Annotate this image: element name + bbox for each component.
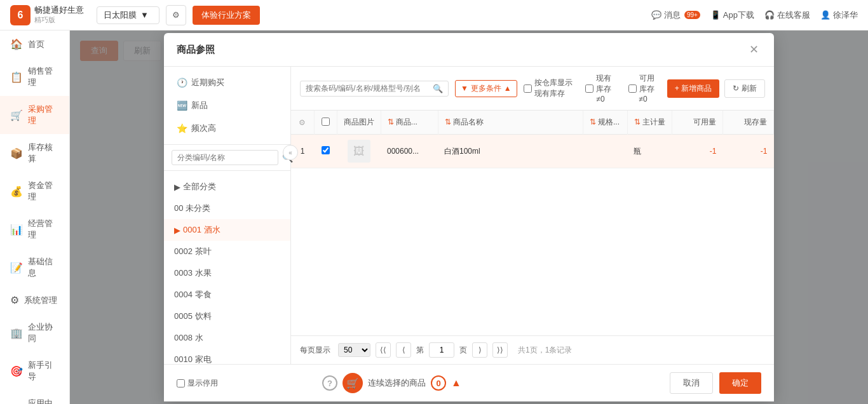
sidebar-item-enterprise[interactable]: 🏢 企业协同 xyxy=(0,314,69,352)
sidebar-item-system[interactable]: ⚙ 系统管理 xyxy=(0,286,69,314)
checkbox-by-warehouse[interactable]: 按仓库显示现有库存 xyxy=(524,77,576,99)
sidebar-item-purchase[interactable]: 🛒 采购管理 xyxy=(0,96,69,134)
quick-new[interactable]: 🆕 新品 xyxy=(172,96,283,115)
purchase-icon: 🛒 xyxy=(10,109,23,121)
category-item-0001[interactable]: ▶ 0001 酒水 xyxy=(164,219,290,241)
guide-icon: 🎯 xyxy=(10,365,23,377)
quick-recent[interactable]: 🕐 近期购买 xyxy=(172,73,283,92)
sidebar-item-home[interactable]: 🏠 首页 xyxy=(0,30,69,58)
first-page-button[interactable]: ⟨⟨ xyxy=(376,342,391,358)
quick-access-panel: 🕐 近期购买 🆕 新品 ⭐ 频次高 xyxy=(164,67,290,145)
category-item-0004[interactable]: 0004 零食 xyxy=(164,284,290,306)
th-gear: ⚙ xyxy=(291,111,314,135)
modal-overlay: 商品参照 ✕ 🕐 近期购买 🆕 xyxy=(70,30,868,404)
product-table-wrap: ⚙ 商品图片 xyxy=(291,111,774,335)
cart-area: ? 🛒 连续选择的商品 0 ▲ xyxy=(322,373,461,393)
category-item-0003[interactable]: 0003 水果 xyxy=(164,262,290,284)
confirm-button[interactable]: 确定 xyxy=(719,372,761,394)
avail-nonzero-checkbox[interactable] xyxy=(628,84,637,93)
td-unit: 瓶 xyxy=(627,135,672,168)
operation-icon: 📊 xyxy=(10,224,23,236)
chevron-down-icon: ▼ xyxy=(140,10,149,20)
more-conditions-button[interactable]: ▼ 更多条件 ▲ xyxy=(455,80,517,97)
th-avail: 可用量 xyxy=(672,111,723,135)
sidebar-item-basic[interactable]: 📝 基础信息 xyxy=(0,248,69,286)
category-item-0010[interactable]: 0010 家电 xyxy=(164,349,290,364)
store-selector[interactable]: 日太阳膜 ▼ xyxy=(97,6,159,24)
modal-close-button[interactable]: ✕ xyxy=(746,42,761,57)
person-icon: 👤 xyxy=(820,10,831,20)
collapse-panel-button[interactable]: « xyxy=(283,145,298,160)
sidebar-item-operation[interactable]: 📊 经营管理 xyxy=(0,210,69,248)
settings-button[interactable]: ⚙ xyxy=(166,5,186,25)
select-all-checkbox[interactable] xyxy=(322,118,330,126)
modal-header: 商品参照 ✕ xyxy=(164,33,774,67)
category-item-all[interactable]: ▶ 全部分类 xyxy=(164,176,290,198)
sidebar-item-apps[interactable]: 📱 应用中心 xyxy=(0,390,69,404)
enterprise-icon: 🏢 xyxy=(10,327,23,339)
messages-button[interactable]: 💬 消息 99+ xyxy=(651,10,700,21)
search-submit-icon[interactable]: 🔍 xyxy=(433,84,443,93)
cancel-button[interactable]: 取消 xyxy=(670,372,713,394)
category-item-00[interactable]: 00 未分类 xyxy=(164,198,290,219)
filter-bar: 🔍 ▼ 更多条件 ▲ 按仓库显示现有库存 xyxy=(291,67,774,111)
add-product-button[interactable]: + 新增商品 xyxy=(667,79,719,98)
page-label: 第 xyxy=(416,345,424,356)
cart-count: 0 xyxy=(431,375,446,391)
category-item-0005[interactable]: 0005 饮料 xyxy=(164,306,290,327)
modal-title: 商品参照 xyxy=(177,44,215,56)
product-table: ⚙ 商品图片 xyxy=(291,111,774,168)
sort-code-icon[interactable]: ⇅ xyxy=(388,118,394,126)
user-avatar[interactable]: 👤 徐泽华 xyxy=(820,10,858,21)
show-disabled-checkbox[interactable] xyxy=(177,379,185,387)
show-disabled-label[interactable]: 显示停用 xyxy=(177,378,218,389)
table-header-row: ⚙ 商品图片 xyxy=(291,111,774,135)
category-item-0008[interactable]: 0008 水 xyxy=(164,327,290,349)
row-checkbox[interactable] xyxy=(322,146,330,154)
category-search-input[interactable] xyxy=(172,150,278,165)
checkbox-stock-nonzero[interactable]: 现有库存≠0 xyxy=(585,73,618,104)
logo-icon: 6 xyxy=(10,5,31,25)
category-item-0002[interactable]: 0002 茶叶 xyxy=(164,241,290,262)
page-size-select[interactable]: 50 10 20 100 xyxy=(338,343,370,357)
td-stock: -1 xyxy=(723,135,774,168)
th-code: ⇅ 商品... xyxy=(381,111,438,135)
td-name: 白酒100ml xyxy=(438,135,583,168)
online-service-button[interactable]: 🎧 在线客服 xyxy=(764,10,810,21)
stock-nonzero-checkbox[interactable] xyxy=(585,84,593,93)
refresh-button[interactable]: ↻ 刷新 xyxy=(724,79,765,98)
th-stock: 现存量 xyxy=(723,111,774,135)
sidebar-item-finance[interactable]: 💰 资金管理 xyxy=(0,172,69,210)
last-page-button[interactable]: ⟩⟩ xyxy=(492,342,508,358)
product-image: 🖼 xyxy=(348,140,370,163)
modal-footer: 显示停用 ? 🛒 连续选择的商品 0 ▲ 取消 确定 xyxy=(164,364,774,401)
left-panel: 🕐 近期购买 🆕 新品 ⭐ 频次高 xyxy=(164,67,291,364)
prev-page-button[interactable]: ⟨ xyxy=(396,342,411,358)
sort-name-icon[interactable]: ⇅ xyxy=(445,118,451,126)
next-page-button[interactable]: ⟩ xyxy=(472,342,487,358)
product-search-input[interactable] xyxy=(306,84,433,93)
app-download-button[interactable]: 📱 App下载 xyxy=(710,10,754,21)
new-icon: 🆕 xyxy=(177,100,187,111)
sort-spec-icon[interactable]: ⇅ xyxy=(590,118,596,126)
help-button[interactable]: ? xyxy=(322,375,337,391)
collapse-cart-button[interactable]: ▲ xyxy=(451,377,461,389)
modal-body: 🕐 近期购买 🆕 新品 ⭐ 频次高 xyxy=(164,67,774,364)
trial-button[interactable]: 体验行业方案 xyxy=(193,6,260,25)
table-row[interactable]: 1 🖼 000600... xyxy=(291,135,774,168)
sidebar-item-sales[interactable]: 📋 销售管理 xyxy=(0,58,69,96)
finance-icon: 💰 xyxy=(10,185,23,198)
checkbox-avail-nonzero[interactable]: 可用库存≠0 xyxy=(628,73,661,104)
sidebar-item-inventory[interactable]: 📦 库存核算 xyxy=(0,134,69,172)
by-warehouse-checkbox[interactable] xyxy=(524,84,532,93)
system-icon: ⚙ xyxy=(10,294,19,306)
sidebar-item-guide[interactable]: 🎯 新手引导 xyxy=(0,352,69,390)
page-number-input[interactable] xyxy=(429,342,454,358)
gear-icon[interactable]: ⚙ xyxy=(299,118,306,127)
clock-icon: 🕐 xyxy=(177,77,187,88)
cart-icon[interactable]: 🛒 xyxy=(342,373,363,393)
quick-frequent[interactable]: ⭐ 频次高 xyxy=(172,119,283,138)
th-checkbox xyxy=(314,111,337,135)
inventory-icon: 📦 xyxy=(10,147,23,159)
sort-unit-icon[interactable]: ⇅ xyxy=(634,118,641,126)
